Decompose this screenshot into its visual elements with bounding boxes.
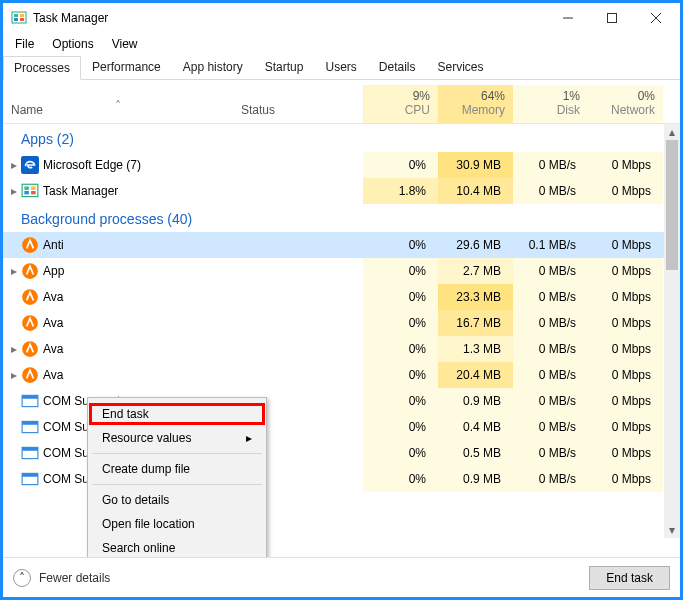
ctx-separator bbox=[92, 453, 262, 454]
col-mem-pct: 64% bbox=[481, 89, 505, 103]
scroll-thumb[interactable] bbox=[666, 140, 678, 270]
fewer-details-button[interactable]: ˄ Fewer details bbox=[13, 569, 110, 587]
chevron-up-circle-icon: ˄ bbox=[13, 569, 31, 587]
ctx-go-details[interactable]: Go to details bbox=[88, 488, 266, 512]
disk-value: 0 MB/s bbox=[513, 440, 588, 466]
expand-icon[interactable]: ▸ bbox=[7, 368, 21, 382]
memory-value: 30.9 MB bbox=[438, 152, 513, 178]
memory-value: 0.5 MB bbox=[438, 440, 513, 466]
expand-icon[interactable]: ▸ bbox=[7, 342, 21, 356]
col-name[interactable]: ˄ Name bbox=[3, 99, 233, 123]
col-disk[interactable]: 1% Disk bbox=[513, 85, 588, 123]
col-cpu-pct: 9% bbox=[413, 89, 430, 103]
memory-value: 1.3 MB bbox=[438, 336, 513, 362]
tab-details[interactable]: Details bbox=[368, 55, 427, 79]
table-row[interactable]: ▸App0%2.7 MB0 MB/s0 Mbps bbox=[3, 258, 680, 284]
process-name: Anti bbox=[43, 238, 64, 252]
column-headers: ˄ Name Status 9% CPU 64% Memory 1% Disk … bbox=[3, 80, 680, 124]
memory-value: 20.4 MB bbox=[438, 362, 513, 388]
process-name: Ava bbox=[43, 368, 63, 382]
process-name: Ava bbox=[43, 290, 63, 304]
tab-startup[interactable]: Startup bbox=[254, 55, 315, 79]
network-value: 0 Mbps bbox=[588, 232, 663, 258]
memory-value: 2.7 MB bbox=[438, 258, 513, 284]
scroll-up-icon[interactable]: ▴ bbox=[664, 124, 680, 140]
ctx-create-dump[interactable]: Create dump file bbox=[88, 457, 266, 481]
process-name: Ava bbox=[43, 342, 63, 356]
disk-value: 0.1 MB/s bbox=[513, 232, 588, 258]
process-icon bbox=[21, 471, 39, 487]
process-icon bbox=[21, 445, 39, 461]
ctx-resource-values[interactable]: Resource values▸ bbox=[88, 426, 266, 450]
network-value: 0 Mbps bbox=[588, 414, 663, 440]
table-row[interactable]: ▸Microsoft Edge (7)0%30.9 MB0 MB/s0 Mbps bbox=[3, 152, 680, 178]
scrollbar[interactable]: ▴ ▾ bbox=[664, 124, 680, 538]
ctx-end-task[interactable]: End task bbox=[88, 402, 266, 426]
memory-value: 0.4 MB bbox=[438, 414, 513, 440]
memory-value: 29.6 MB bbox=[438, 232, 513, 258]
table-row[interactable]: ▸Ava0%1.3 MB0 MB/s0 Mbps bbox=[3, 336, 680, 362]
svg-rect-24 bbox=[22, 421, 38, 424]
group-header-background[interactable]: Background processes (40) bbox=[3, 204, 680, 232]
col-memory[interactable]: 64% Memory bbox=[438, 85, 513, 123]
svg-rect-12 bbox=[31, 187, 36, 190]
footer: ˄ Fewer details End task bbox=[3, 557, 680, 597]
ctx-search-online[interactable]: Search online bbox=[88, 536, 266, 557]
cpu-value: 0% bbox=[363, 336, 438, 362]
maximize-button[interactable] bbox=[590, 4, 634, 32]
process-icon bbox=[21, 237, 39, 253]
process-list[interactable]: Apps (2)▸Microsoft Edge (7)0%30.9 MB0 MB… bbox=[3, 124, 680, 557]
expand-icon[interactable]: ▸ bbox=[7, 184, 21, 198]
network-value: 0 Mbps bbox=[588, 258, 663, 284]
end-task-button[interactable]: End task bbox=[589, 566, 670, 590]
tab-services[interactable]: Services bbox=[427, 55, 495, 79]
ctx-open-location[interactable]: Open file location bbox=[88, 512, 266, 536]
cpu-value: 0% bbox=[363, 388, 438, 414]
menu-options[interactable]: Options bbox=[44, 35, 101, 53]
col-cpu[interactable]: 9% CPU bbox=[363, 85, 438, 123]
close-button[interactable] bbox=[634, 4, 678, 32]
window-title: Task Manager bbox=[33, 11, 108, 25]
col-cpu-label: CPU bbox=[405, 103, 430, 117]
tab-processes[interactable]: Processes bbox=[3, 56, 81, 80]
svg-rect-26 bbox=[22, 447, 38, 450]
network-value: 0 Mbps bbox=[588, 178, 663, 204]
cpu-value: 0% bbox=[363, 310, 438, 336]
disk-value: 0 MB/s bbox=[513, 310, 588, 336]
menu-view[interactable]: View bbox=[104, 35, 146, 53]
tab-users[interactable]: Users bbox=[314, 55, 367, 79]
tab-bar: ProcessesPerformanceApp historyStartupUs… bbox=[3, 55, 680, 80]
table-row[interactable]: Anti0%29.6 MB0.1 MB/s0 Mbps bbox=[3, 232, 680, 258]
cpu-value: 0% bbox=[363, 440, 438, 466]
cpu-value: 1.8% bbox=[363, 178, 438, 204]
scroll-down-icon[interactable]: ▾ bbox=[664, 522, 680, 538]
group-header-apps[interactable]: Apps (2) bbox=[3, 124, 680, 152]
disk-value: 0 MB/s bbox=[513, 388, 588, 414]
disk-value: 0 MB/s bbox=[513, 284, 588, 310]
ctx-separator bbox=[92, 484, 262, 485]
minimize-button[interactable] bbox=[546, 4, 590, 32]
tab-app-history[interactable]: App history bbox=[172, 55, 254, 79]
process-name: Ava bbox=[43, 316, 63, 330]
table-row[interactable]: Ava0%16.7 MB0 MB/s0 Mbps bbox=[3, 310, 680, 336]
disk-value: 0 MB/s bbox=[513, 178, 588, 204]
table-row[interactable]: Ava0%23.3 MB0 MB/s0 Mbps bbox=[3, 284, 680, 310]
menu-file[interactable]: File bbox=[7, 35, 42, 53]
table-row[interactable]: ▸Ava0%20.4 MB0 MB/s0 Mbps bbox=[3, 362, 680, 388]
expand-icon[interactable]: ▸ bbox=[7, 264, 21, 278]
svg-rect-2 bbox=[20, 14, 24, 17]
col-status[interactable]: Status bbox=[233, 99, 363, 123]
network-value: 0 Mbps bbox=[588, 388, 663, 414]
submenu-arrow-icon: ▸ bbox=[246, 431, 252, 445]
tab-performance[interactable]: Performance bbox=[81, 55, 172, 79]
svg-rect-14 bbox=[31, 191, 36, 194]
disk-value: 0 MB/s bbox=[513, 258, 588, 284]
expand-icon[interactable]: ▸ bbox=[7, 158, 21, 172]
col-disk-pct: 1% bbox=[563, 89, 580, 103]
titlebar[interactable]: Task Manager bbox=[3, 3, 680, 33]
network-value: 0 Mbps bbox=[588, 284, 663, 310]
process-icon bbox=[21, 419, 39, 435]
svg-rect-4 bbox=[20, 18, 24, 21]
col-network[interactable]: 0% Network bbox=[588, 85, 663, 123]
table-row[interactable]: ▸Task Manager1.8%10.4 MB0 MB/s0 Mbps bbox=[3, 178, 680, 204]
